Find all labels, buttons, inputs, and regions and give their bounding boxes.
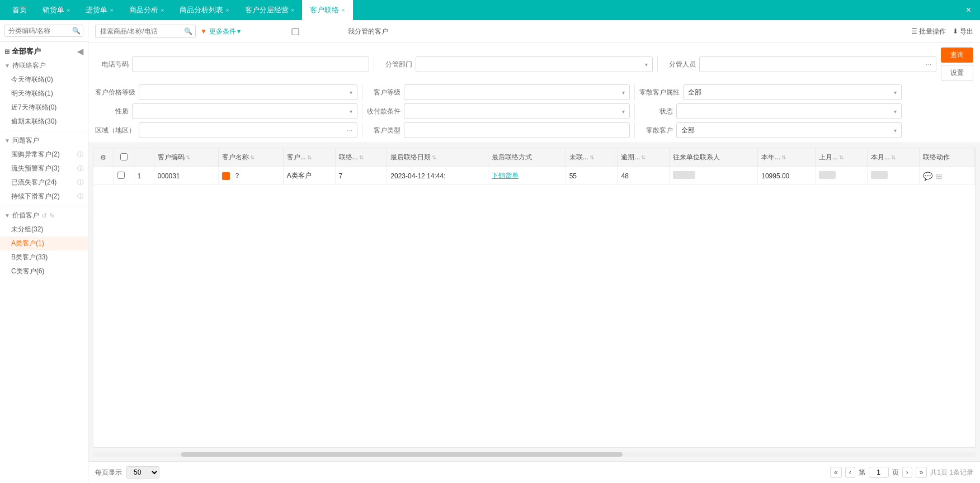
th-notcontacted[interactable]: 未联... ⇅ — [566, 148, 618, 167]
select-all-checkbox[interactable] — [120, 153, 128, 160]
sidebar-group-problem[interactable]: ▼ 问题客户 — [0, 134, 88, 148]
content-area: 🔍 ▼ 更多条件 ▾ 我分管的客户 ☰ 批量操作 ⬇ 导出 — [88, 20, 980, 483]
next-page-btn[interactable]: › — [902, 467, 912, 478]
sidebar-search-icon: 🔍 — [72, 27, 81, 35]
comment-action-icon[interactable]: 💬 — [923, 172, 932, 181]
th-thisyear[interactable]: 本年... ⇅ — [758, 148, 816, 167]
more-filters-chevron: ▾ — [237, 27, 241, 35]
phone-input[interactable] — [132, 56, 369, 72]
pagination-bar: 每页显示 50 100 200 « ‹ 第 页 › » 共1页 1条记录 — [88, 461, 980, 483]
cust-level-select[interactable]: ▾ — [404, 84, 629, 100]
sidebar-group-pending[interactable]: ▼ 待联络客户 — [0, 59, 88, 73]
value-group-edit[interactable]: ✎ — [49, 212, 55, 220]
nature-select[interactable]: ▾ — [132, 103, 357, 119]
th-lastdate[interactable]: 最后联络日期 ⇅ — [387, 148, 488, 167]
first-page-btn[interactable]: « — [830, 467, 842, 478]
query-btn[interactable]: 查询 — [941, 48, 973, 63]
person-select[interactable]: ··· — [699, 56, 936, 72]
td-lastmethod[interactable]: 下销货单 — [488, 167, 566, 185]
nav-tab-4[interactable]: 客户分层经营 × — [237, 0, 302, 20]
lastmethod-value[interactable]: 下销货单 — [492, 172, 519, 179]
code-sort-icon: ⇅ — [186, 154, 190, 160]
sidebar-item-churned[interactable]: 已流失客户(24) ⓘ — [0, 176, 88, 190]
retail-attr-select[interactable]: 全部 ▾ — [683, 84, 902, 100]
sidebar-item-ungroup[interactable]: 未分组(32) — [0, 222, 88, 236]
settings-col-icon: ⚙ — [100, 154, 106, 162]
export-icon: ⬇ — [953, 27, 958, 35]
td-checkbox[interactable] — [114, 167, 134, 185]
name-col-label: 客户名称 ⇅ — [222, 153, 255, 162]
nav-home[interactable]: 首页 — [4, 0, 35, 20]
sidebar-collapse-btn[interactable]: ◀ — [77, 47, 83, 56]
prev-page-btn[interactable]: ‹ — [845, 467, 855, 478]
my-customers-checkbox[interactable] — [245, 28, 346, 35]
th-unit-contact[interactable]: 往来单位联系人 — [670, 148, 758, 167]
settings-btn[interactable]: 设置 — [941, 65, 973, 81]
tab-label-0: 销货单 — [43, 5, 64, 15]
per-page-select[interactable]: 50 100 200 — [126, 466, 159, 479]
sidebar-item-hoard[interactable]: 囤购异常客户(2) ⓘ — [0, 148, 88, 162]
th-contact[interactable]: 联络... ⇅ — [335, 148, 387, 167]
qrcode-action-icon[interactable]: ⊞ — [936, 172, 943, 181]
search-input[interactable] — [95, 25, 196, 38]
tab-close-3[interactable]: × — [225, 7, 229, 13]
th-checkbox[interactable] — [114, 148, 134, 167]
value-group-refresh[interactable]: ↺ — [41, 212, 47, 220]
th-lastmethod[interactable]: 最后联络方式 — [488, 148, 566, 167]
page-number-input[interactable] — [869, 467, 889, 478]
sidebar-item-tomorrow[interactable]: 明天待联络(1) — [0, 87, 88, 101]
payment-select[interactable]: ▾ — [404, 103, 629, 119]
tab-close-2[interactable]: × — [161, 7, 164, 13]
sidebar-item-overdue[interactable]: 逾期未联络(30) — [0, 115, 88, 129]
more-filters-btn[interactable]: ▼ 更多条件 ▾ — [200, 27, 241, 36]
nav-tab-1[interactable]: 进货单 × — [78, 0, 121, 20]
nav-tab-3[interactable]: 商品分析列表 × — [172, 0, 237, 20]
sidebar-item-7days[interactable]: 近7天待联络(0) — [0, 101, 88, 115]
batch-op-btn[interactable]: ☰ 批量操作 — [911, 27, 946, 36]
tab-close-4[interactable]: × — [291, 7, 294, 13]
scrollbar-thumb[interactable] — [181, 452, 623, 457]
th-name[interactable]: 客户名称 ⇅ — [219, 148, 284, 167]
my-customers-checkbox-label[interactable]: 我分管的客户 — [245, 27, 388, 36]
close-all-button[interactable]: × — [962, 5, 976, 15]
sidebar-item-declining[interactable]: 持续下滑客户(2) ⓘ — [0, 190, 88, 203]
tab-close-5[interactable]: × — [341, 7, 345, 13]
price-level-chevron: ▾ — [350, 89, 352, 96]
person-more-icon: ··· — [926, 60, 931, 68]
sidebar-item-churn-warn[interactable]: 流失预警客户(3) ⓘ — [0, 162, 88, 176]
code-col-label: 客户编码 ⇅ — [158, 153, 190, 162]
nav-tab-5[interactable]: 客户联络 × — [302, 0, 352, 20]
tab-close-1[interactable]: × — [110, 7, 113, 13]
th-code[interactable]: 客户编码 ⇅ — [154, 148, 219, 167]
retail-cust-select[interactable]: 全部 ▾ — [676, 122, 902, 138]
thisyear-col-label: 本年... ⇅ — [761, 153, 786, 162]
tab-label-4: 客户分层经营 — [245, 5, 289, 15]
phone-label: 电话号码 — [95, 60, 129, 69]
th-settings[interactable]: ⚙ — [93, 148, 114, 167]
sidebar-group-value[interactable]: ▼ 价值客户 ↺ ✎ — [0, 209, 88, 222]
th-thismonth[interactable]: 本月... ⇅ — [867, 148, 919, 167]
th-category[interactable]: 客户... ⇅ — [283, 148, 335, 167]
tab-close-0[interactable]: × — [67, 7, 70, 13]
nav-tab-0[interactable]: 销货单 × — [35, 0, 78, 20]
sidebar-item-c-class[interactable]: C类客户(6) — [0, 264, 88, 278]
last-page-btn[interactable]: » — [916, 467, 927, 478]
th-overdue[interactable]: 逾期... ⇅ — [618, 148, 670, 167]
th-lastmonth[interactable]: 上月... ⇅ — [815, 148, 867, 167]
export-btn[interactable]: ⬇ 导出 — [953, 27, 973, 36]
row-checkbox[interactable] — [117, 172, 125, 179]
cust-type-input[interactable] — [404, 122, 629, 138]
nav-tab-2[interactable]: 商品分析 × — [121, 0, 172, 20]
declining-label: 持续下滑客户(2) — [11, 192, 60, 201]
horizontal-scrollbar[interactable] — [93, 452, 976, 457]
region-select[interactable]: ··· — [139, 122, 357, 138]
status-select[interactable]: ▾ — [676, 103, 902, 119]
td-name[interactable]: ？ — [219, 167, 284, 185]
dept-select[interactable]: ▾ — [416, 56, 653, 72]
price-level-select[interactable]: ▾ — [139, 84, 357, 100]
sidebar-item-b-class[interactable]: B类客户(33) — [0, 250, 88, 264]
sidebar-item-a-class[interactable]: A类客户(1) — [0, 236, 88, 250]
hoard-label: 囤购异常客户(2) — [11, 150, 60, 159]
sidebar-item-today[interactable]: 今天待联络(0) — [0, 73, 88, 87]
sidebar-search-input[interactable] — [4, 25, 83, 37]
